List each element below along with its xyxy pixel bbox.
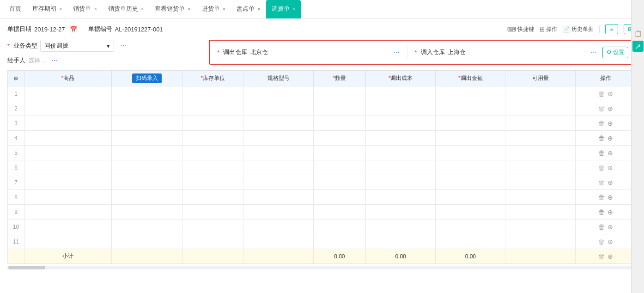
row-spec[interactable] — [243, 116, 313, 131]
row-product[interactable] — [24, 131, 112, 146]
subtotal-delete-icon[interactable]: 🗑 — [598, 253, 605, 260]
row-cost[interactable] — [366, 131, 436, 146]
row-amount[interactable] — [436, 116, 505, 131]
history-button[interactable]: 📄 历史单据 — [563, 25, 594, 33]
row-unit[interactable] — [182, 190, 243, 205]
scrollbar[interactable] — [7, 266, 637, 269]
row-copy-icon[interactable]: ⊕ — [608, 120, 613, 127]
row-amount[interactable] — [436, 160, 505, 175]
tab-inventory-init[interactable]: 库存期初 × — [27, 0, 67, 18]
row-product[interactable] — [24, 190, 112, 205]
row-delete-icon[interactable]: 🗑 — [598, 179, 605, 186]
row-qty[interactable] — [313, 160, 365, 175]
operations-button[interactable]: ⊞ 操作 — [540, 25, 557, 33]
tab-sales-order[interactable]: 销货单 × — [67, 0, 102, 18]
row-unit[interactable] — [182, 220, 243, 234]
row-product[interactable] — [24, 234, 112, 249]
tab-sales-history[interactable]: 销货单历史 × — [103, 0, 149, 18]
row-spec[interactable] — [243, 131, 313, 146]
row-delete-icon[interactable]: 🗑 — [598, 120, 605, 127]
row-unit[interactable] — [182, 175, 243, 190]
row-unit[interactable] — [182, 146, 243, 160]
row-copy-icon[interactable]: ⊕ — [608, 238, 613, 245]
row-product[interactable] — [24, 86, 112, 101]
row-copy-icon[interactable]: ⊕ — [608, 179, 613, 186]
tab-transfer-order[interactable]: 调拨单 × — [266, 0, 301, 18]
row-delete-icon[interactable]: 🗑 — [598, 105, 605, 112]
row-unit[interactable] — [182, 116, 243, 131]
row-copy-icon[interactable]: ⊕ — [608, 90, 613, 98]
row-unit[interactable] — [182, 160, 243, 175]
row-amount[interactable] — [436, 205, 505, 220]
row-product[interactable] — [24, 116, 112, 131]
row-spec[interactable] — [243, 220, 313, 234]
row-spec[interactable] — [243, 146, 313, 160]
business-type-dots[interactable]: ··· — [121, 42, 127, 50]
row-copy-icon[interactable]: ⊕ — [608, 208, 613, 216]
row-product[interactable] — [24, 175, 112, 190]
row-amount[interactable] — [436, 86, 505, 101]
row-qty[interactable] — [313, 220, 365, 234]
row-spec[interactable] — [243, 101, 313, 116]
row-copy-icon[interactable]: ⊕ — [608, 105, 613, 112]
tab-close-view-sales[interactable]: × — [188, 6, 190, 12]
row-unit[interactable] — [182, 234, 243, 249]
row-cost[interactable] — [366, 101, 436, 116]
row-qty[interactable] — [313, 234, 365, 249]
tab-close-inventory-check[interactable]: × — [257, 6, 260, 12]
row-product[interactable] — [24, 160, 112, 175]
row-amount[interactable] — [436, 146, 505, 160]
row-product[interactable] — [24, 205, 112, 220]
person-dots[interactable]: ··· — [52, 56, 58, 65]
row-cost[interactable] — [366, 190, 436, 205]
row-cost[interactable] — [366, 86, 436, 101]
row-unit[interactable] — [182, 205, 243, 220]
row-product[interactable] — [24, 101, 112, 116]
sidebar-list-icon[interactable]: 📋 — [632, 28, 644, 39]
tab-close-inventory-init[interactable]: × — [59, 6, 62, 12]
lines-view-button[interactable]: ≡ — [605, 24, 618, 34]
row-qty[interactable] — [313, 131, 365, 146]
row-amount[interactable] — [436, 131, 505, 146]
row-product[interactable] — [24, 220, 112, 234]
tab-view-sales[interactable]: 查看销货单 × — [149, 0, 196, 18]
row-cost[interactable] — [366, 220, 436, 234]
row-spec[interactable] — [243, 160, 313, 175]
row-delete-icon[interactable]: 🗑 — [598, 134, 605, 142]
shortcuts-button[interactable]: ⌨ 快捷键 — [507, 25, 534, 33]
row-delete-icon[interactable]: 🗑 — [598, 149, 605, 157]
row-spec[interactable] — [243, 86, 313, 101]
row-qty[interactable] — [313, 146, 365, 160]
row-spec[interactable] — [243, 234, 313, 249]
row-product[interactable] — [24, 146, 112, 160]
row-cost[interactable] — [366, 175, 436, 190]
tab-home[interactable]: 首页 — [4, 0, 27, 18]
row-unit[interactable] — [182, 101, 243, 116]
tab-close-sales-history[interactable]: × — [141, 6, 144, 12]
row-spec[interactable] — [243, 190, 313, 205]
row-unit[interactable] — [182, 131, 243, 146]
row-copy-icon[interactable]: ⊕ — [608, 149, 613, 157]
tab-close-purchase-order[interactable]: × — [223, 6, 225, 12]
col-gear[interactable]: ⚙ — [8, 71, 24, 86]
person-select[interactable]: 选择... — [28, 56, 45, 65]
settings-button[interactable]: ⚙ 设置 — [602, 47, 628, 58]
row-cost[interactable] — [366, 146, 436, 160]
row-amount[interactable] — [436, 220, 505, 234]
subtotal-copy-icon[interactable]: ⊕ — [608, 253, 613, 260]
row-delete-icon[interactable]: 🗑 — [598, 164, 605, 171]
row-qty[interactable] — [313, 101, 365, 116]
row-amount[interactable] — [436, 190, 505, 205]
row-delete-icon[interactable]: 🗑 — [598, 238, 605, 245]
row-qty[interactable] — [313, 86, 365, 101]
row-copy-icon[interactable]: ⊕ — [608, 164, 613, 171]
tab-close-sales-order[interactable]: × — [94, 6, 97, 12]
col-scan[interactable]: 扫码录入 — [112, 71, 182, 86]
row-qty[interactable] — [313, 116, 365, 131]
row-copy-icon[interactable]: ⊕ — [608, 134, 613, 142]
row-amount[interactable] — [436, 234, 505, 249]
row-spec[interactable] — [243, 205, 313, 220]
row-qty[interactable] — [313, 175, 365, 190]
row-spec[interactable] — [243, 175, 313, 190]
row-cost[interactable] — [366, 205, 436, 220]
